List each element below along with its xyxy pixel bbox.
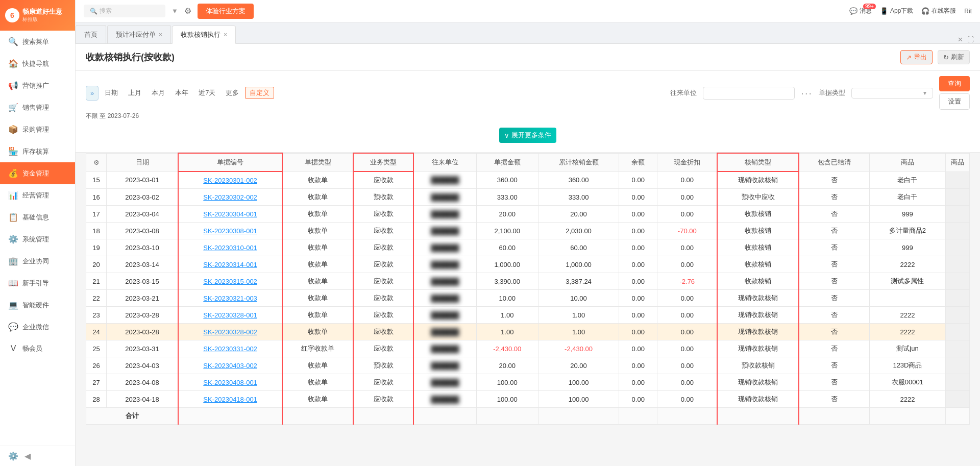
cell-include-settled: 否 — [799, 273, 869, 290]
sidebar-label-wechat: 企业微信 — [22, 323, 49, 332]
sidebar-item-quick[interactable]: 🏠 快捷导航 — [0, 53, 75, 75]
cell-cum-amount: 1.00 — [538, 324, 619, 340]
sidebar-item-purchase[interactable]: 📦 采购管理 — [0, 118, 75, 140]
tab-label-0: 首页 — [84, 30, 97, 39]
query-button[interactable]: 查询 — [939, 76, 970, 91]
sidebar-label-finance: 资金管理 — [22, 169, 49, 178]
tab-close-2[interactable]: × — [224, 31, 227, 38]
cell-goods: 老白干 — [869, 189, 945, 206]
cell-partner: ██████ — [413, 206, 476, 223]
doc-no-link[interactable]: SK-20230314-001 — [203, 261, 257, 268]
sidebar-label-member: 畅会员 — [22, 344, 42, 353]
cell-row-no: 22 — [86, 290, 107, 307]
tab-1[interactable]: 预计冲应付单× — [107, 25, 171, 43]
th-settings[interactable]: ⚙ — [86, 153, 107, 171]
collapse-icon[interactable]: ◀ — [24, 451, 31, 461]
doc-no-link[interactable]: SK-20230302-002 — [203, 193, 257, 201]
sidebar-item-marketing[interactable]: 📢 营销推广 — [0, 75, 75, 96]
table-row: 20 2023-03-14 SK-20230314-001 收款单 应收款 ██… — [86, 256, 970, 273]
table-area[interactable]: ⚙ 日期 单据编号 单据类型 业务类型 往来单位 单据金额 累计核销金额 余额 … — [76, 153, 980, 466]
sidebar-item-basic[interactable]: 📋 基础信息 — [0, 206, 75, 228]
cell-cum-amount: 1.00 — [538, 307, 619, 324]
refresh-button[interactable]: ↻ 刷新 — [938, 50, 970, 64]
doc-no-link[interactable]: SK-20230328-002 — [203, 328, 257, 336]
sidebar-item-member[interactable]: V 畅会员 — [0, 338, 75, 359]
date-btn-custom[interactable]: 自定义 — [245, 87, 274, 99]
doc-no-link[interactable]: SK-20230331-002 — [203, 345, 257, 353]
voucher-type-label: 单据类型 — [819, 88, 845, 97]
sidebar-item-system[interactable]: ⚙️ 系统管理 — [0, 228, 75, 250]
sidebar-item-sales[interactable]: 🛒 销售管理 — [0, 96, 75, 118]
filter-area: » 日期 上月 本月 本年 近7天 更多 自定义 往来单位 ··· 单据类型 ▼ — [76, 71, 980, 153]
sidebar-icon-member: V — [8, 344, 18, 353]
cell-discount: -70.00 — [657, 223, 717, 239]
cell-date: 2023-03-14 — [107, 256, 179, 273]
cell-goods: 2222 — [869, 391, 945, 408]
date-btn-this-year[interactable]: 本年 — [171, 87, 192, 99]
settings-icon[interactable]: ⚙️ — [8, 451, 18, 461]
close-icon[interactable]: ✕ — [958, 36, 963, 43]
cell-discount: 0.00 — [657, 239, 717, 256]
voucher-type-select[interactable]: ▼ — [851, 88, 933, 99]
sidebar-item-corp[interactable]: 🏢 企业协同 — [0, 250, 75, 272]
user-avatar[interactable]: Rit — [964, 8, 972, 15]
sidebar-item-wechat[interactable]: 💬 企业微信 — [0, 316, 75, 338]
cell-row-no: 17 — [86, 206, 107, 223]
doc-no-link[interactable]: SK-20230418-001 — [203, 396, 257, 403]
doc-no-link[interactable]: SK-20230310-001 — [203, 244, 257, 252]
date-label: 日期 — [105, 88, 118, 97]
sidebar-item-operation[interactable]: 📊 经营管理 — [0, 184, 75, 206]
cell-goods: 123D商品 — [869, 357, 945, 374]
cell-partner: ██████ — [413, 171, 476, 189]
th-date: 日期 — [107, 153, 179, 171]
doc-no-link[interactable]: SK-20230321-003 — [203, 295, 257, 302]
app-download[interactable]: 📱 App下载 — [880, 7, 913, 15]
cell-partner: ██████ — [413, 189, 476, 206]
cell-goods: 多计量商品2 — [869, 223, 945, 239]
filter-settings-button[interactable]: 设置 — [939, 93, 970, 110]
date-btn-last-month[interactable]: 上月 — [124, 87, 145, 99]
cell-verify-type: 收款核销 — [717, 239, 799, 256]
tab-0[interactable]: 首页 — [76, 25, 106, 43]
export-button[interactable]: ↗ 导出 — [900, 50, 933, 64]
sidebar-icon-marketing: 📢 — [8, 81, 18, 90]
date-btn-more[interactable]: 更多 — [222, 87, 243, 99]
doc-no-link[interactable]: SK-20230308-001 — [203, 227, 257, 235]
cell-goods: 老白干 — [869, 171, 945, 189]
cell-cum-amount: 2,030.00 — [538, 223, 619, 239]
message-badge[interactable]: 💬 消息 99+ — [849, 7, 872, 15]
tab-2[interactable]: 收款核销执行× — [172, 26, 236, 44]
date-btn-7days[interactable]: 近7天 — [194, 87, 219, 99]
cell-verify-type: 预收中应收 — [717, 189, 799, 206]
cell-amount: 333.00 — [476, 189, 538, 206]
doc-no-link[interactable]: SK-20230315-002 — [203, 278, 257, 285]
cell-include-settled: 否 — [799, 256, 869, 273]
expand-icon[interactable]: ⛶ — [967, 36, 974, 43]
cell-date: 2023-03-28 — [107, 324, 179, 340]
tab-controls: ✕ ⛶ — [951, 36, 980, 43]
sidebar-item-search[interactable]: 🔍 搜索菜单 — [0, 31, 75, 53]
dropdown-icon[interactable]: ▼ — [172, 7, 178, 15]
filter-collapse-btn[interactable]: » — [86, 86, 99, 101]
column-settings-icon[interactable]: ⚙ — [93, 159, 100, 166]
sidebar-item-hardware[interactable]: 💻 智能硬件 — [0, 294, 75, 316]
sidebar-item-guide[interactable]: 📖 新手引导 — [0, 272, 75, 294]
gear-icon[interactable]: ⚙ — [184, 6, 191, 16]
sidebar-item-inventory[interactable]: 🏪 库存核算 — [0, 140, 75, 162]
expand-conditions-btn[interactable]: ∨ 展开更多条件 — [499, 128, 556, 143]
table-row: 23 2023-03-28 SK-20230328-001 收款单 应收款 ██… — [86, 307, 970, 324]
partner-input[interactable] — [703, 87, 795, 100]
sidebar-item-finance[interactable]: 💰 资金管理 — [0, 162, 75, 184]
doc-no-link[interactable]: SK-20230408-001 — [203, 379, 257, 386]
date-btn-this-month[interactable]: 本月 — [148, 87, 169, 99]
topbar-search[interactable]: 🔍 搜索 — [84, 5, 165, 17]
doc-no-link[interactable]: SK-20230403-002 — [203, 362, 257, 370]
doc-no-link[interactable]: SK-20230301-002 — [203, 177, 257, 184]
industry-btn[interactable]: 体验行业方案 — [198, 4, 254, 19]
tab-close-1[interactable]: × — [159, 31, 162, 38]
date-range-display: 不限 至 2023-07-26 — [86, 112, 139, 119]
doc-no-link[interactable]: SK-20230328-001 — [203, 311, 257, 319]
doc-no-link[interactable]: SK-20230304-001 — [203, 210, 257, 218]
cell-row-no: 19 — [86, 239, 107, 256]
online-service[interactable]: 🎧 在线客服 — [921, 7, 956, 15]
